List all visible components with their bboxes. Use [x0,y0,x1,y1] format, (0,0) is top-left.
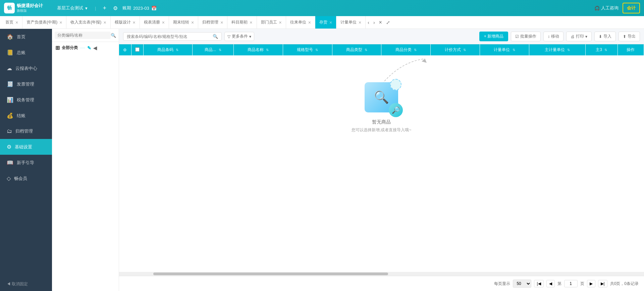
sidebar-member-label: 畅会员 [14,176,27,182]
tab-tax-close[interactable]: × [162,20,165,25]
company-selector[interactable]: 基层工会测试 ▾ [54,4,90,12]
add-product-button[interactable]: + 新增商品 [479,32,508,41]
tab-template[interactable]: 模版设计 × [111,16,140,29]
per-page-selector[interactable]: 50 10 20 100 [513,280,531,288]
pagination: 每页显示 50 10 20 100 |◀ ◀ 第 页 ▶ [119,276,644,291]
tab-next-button[interactable]: › [371,20,377,25]
tab-home[interactable]: 首页 × [1,16,22,29]
sidebar-item-invoice[interactable]: 🧾 发票管理 [0,76,52,92]
tab-tax[interactable]: 税表清册 × [140,16,169,29]
th-checkbox[interactable] [131,44,143,55]
first-page-button[interactable]: |◀ [534,280,543,287]
category-edit-icon[interactable]: ✎ [87,45,91,51]
prev-page-button[interactable]: ◀ [546,280,555,287]
th-price-method[interactable]: 计价方式 ⇅ [431,44,480,55]
calendar-icon[interactable]: 📅 [151,6,157,11]
doc-circle-deco [390,79,401,90]
tab-income[interactable]: 收入支出表(年报) × [66,16,110,29]
tab-expand-button[interactable]: ⤢ [384,20,392,25]
category-collapse-icon[interactable]: ◀ [93,45,97,51]
import-label: 导入 [603,34,611,39]
sidebar-item-home[interactable]: 🏠 首页 [0,29,52,45]
period-label: 账期 [122,5,131,11]
unpin-label: ◀ 取消固定 [7,281,28,287]
tab-prev-button[interactable]: ‹ [366,20,371,25]
scrollbar-thumb[interactable] [153,273,388,275]
last-page-button[interactable]: ▶| [598,280,607,287]
header-separator: | [95,6,96,11]
th-type[interactable]: 商品类型 ⇅ [332,44,381,55]
tab-inventory-close[interactable]: × [329,20,332,25]
export-label: 导出 [628,34,636,39]
category-search-icon[interactable]: 🔍 [111,33,116,38]
tab-dept[interactable]: 部门员工 × [257,16,286,29]
th-barcode[interactable]: 商品条码 ⇅ [143,44,193,55]
batch-operation-button[interactable]: ☑ 批量操作 [511,32,541,41]
next-page-button[interactable]: ▶ [587,280,595,287]
move-button[interactable]: ↕ 移动 [543,32,564,41]
sidebar-item-member[interactable]: ◇ 畅会员 [0,171,52,186]
th-unit[interactable]: 计量单位 ⇅ [480,44,529,55]
sidebar-item-guide[interactable]: 📖 新手引导 [0,155,52,171]
tab-unit-close[interactable]: × [359,20,361,25]
th-name[interactable]: 商品名称 ⇅ [233,44,283,55]
th-code[interactable]: 商品... ⇅ [193,44,233,55]
tab-partner-close[interactable]: × [308,20,311,25]
period-value: 2023-03 [133,6,149,11]
tab-balance-sheet[interactable]: 资产负债表(中期) × [22,16,66,29]
tab-period-close-btn[interactable]: × [191,20,194,25]
tab-inventory-label: 存货 [319,19,327,25]
home-icon: 🏠 [7,34,13,40]
table-wrap: ⚙ 商品条码 ⇅ 商品... ⇅ 商品名称 ⇅ 规格型号 ⇅ 商品类型 ⇅ 商品… [119,44,644,272]
category-header: ⊞ 全部分类 ✎ ◀ [52,42,119,54]
search-icon[interactable]: 🔍 [213,34,218,39]
search-input[interactable] [127,34,211,39]
per-page-select[interactable]: 50 10 20 100 [513,280,531,288]
category-search-input[interactable] [55,32,111,39]
sidebar-unpin-button[interactable]: ◀ 取消固定 [0,277,52,291]
sidebar-tax-label: 税务管理 [17,97,34,103]
th-spec[interactable]: 规格型号 ⇅ [283,44,332,55]
tab-dept-close[interactable]: × [279,20,282,25]
tab-unit-label: 计量单位 [340,19,357,25]
filter-button[interactable]: ▽ 更多条件 ▾ [224,32,254,41]
sidebar-item-tax[interactable]: 📊 税务管理 [0,92,52,108]
tab-inventory[interactable]: 存货 × [315,16,336,29]
settings-icon[interactable]: ⚙ [112,4,119,13]
tab-period-label: 期末结转 [173,19,189,25]
sidebar-item-ledger[interactable]: 📒 总账 [0,45,52,60]
th-category[interactable]: 商品分类 ⇅ [381,44,431,55]
th-main-unit[interactable]: 主计量单位 ⇅ [529,44,586,55]
sidebar-item-archive[interactable]: 🗂 归档管理 [0,124,52,139]
print-label: 打印 [576,34,584,39]
tab-unit[interactable]: 计量单位 × [336,16,366,29]
tab-income-close[interactable]: × [103,20,106,25]
service-button[interactable]: 🎧 人工咨询 [594,5,619,11]
invoice-icon: 🧾 [7,81,13,87]
sidebar-item-settings[interactable]: ⚙ 基础设置 [0,139,52,155]
import-button[interactable]: ⬇ 导入 [594,32,616,41]
sidebar-item-close[interactable]: 💰 结账 [0,108,52,124]
select-all-checkbox[interactable] [135,47,140,52]
sidebar-item-reports[interactable]: ☁ 云报表中心 [0,60,52,76]
tab-partner[interactable]: 往来单位 × [286,16,315,29]
tab-period-close[interactable]: 期末结转 × [169,16,198,29]
page-number-input[interactable] [564,280,578,287]
tab-close-all-button[interactable]: × [377,19,384,26]
tab-home-close[interactable]: × [15,20,18,25]
headset-icon: 🎧 [594,6,600,11]
horizontal-scrollbar[interactable] [119,272,644,276]
tab-template-close[interactable]: × [133,20,136,25]
export-button[interactable]: ⬆ 导出 [619,32,640,41]
account-button[interactable]: 会计 [623,3,640,13]
th-settings[interactable]: ⚙ [119,44,131,55]
th-col3[interactable]: 主3 ⇅ [585,44,618,55]
tab-archive-close[interactable]: × [220,20,223,25]
print-icon: 🖨 [571,34,575,39]
tab-subject-close[interactable]: × [250,20,252,25]
print-button[interactable]: 🖨 打印 ▾ [566,32,592,41]
tab-balance-close[interactable]: × [59,20,62,25]
add-company-button[interactable]: + [101,4,108,12]
tab-archive[interactable]: 归档管理 × [198,16,227,29]
tab-subject[interactable]: 科目期初 × [227,16,257,29]
